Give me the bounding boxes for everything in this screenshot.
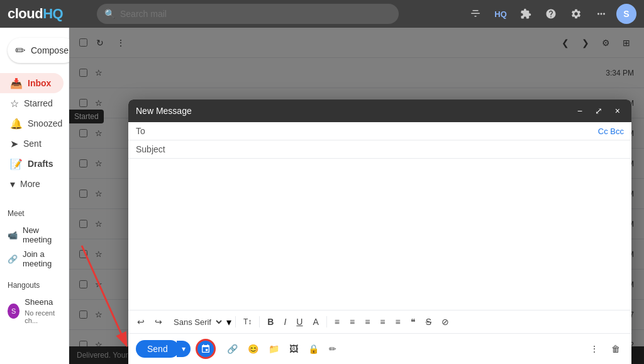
bullet-list-button[interactable]: ≡ (361, 314, 374, 329)
highlighted-action-button[interactable] (196, 339, 216, 359)
compose-subject-label: Subject (136, 144, 167, 154)
ordered-list-button[interactable]: ≡ (346, 314, 358, 329)
logo-hq: HQ (43, 6, 63, 21)
compose-header-buttons: − ⤢ × (574, 105, 624, 117)
search-input[interactable] (120, 9, 391, 19)
compose-attach-toolbar: 🔗 😊 📁 🖼 🔒 ✏ (223, 341, 340, 356)
apps-button[interactable] (591, 4, 611, 24)
sidebar-item-sent[interactable]: ➤ Sent (0, 134, 64, 154)
sidebar-item-inbox-label: Inbox (28, 78, 51, 88)
logo: cloudHQ (8, 6, 89, 22)
remove-format-button[interactable]: ⊘ (438, 314, 453, 329)
font-select-arrow: ▾ (226, 316, 231, 328)
font-family-select[interactable]: Sans Serif (169, 316, 224, 329)
cloudhq-icon-button[interactable]: HQ (491, 4, 511, 24)
logo-text: cloudHQ (8, 6, 63, 22)
attach-link-button[interactable]: 🔗 (223, 341, 242, 356)
compose-expand-button[interactable]: ⤢ (591, 105, 606, 117)
bold-button[interactable]: B (264, 314, 277, 329)
sidebar-item-more[interactable]: ▾ More (0, 174, 64, 194)
strikethrough-button[interactable]: S (422, 314, 435, 329)
compose-more-options-button[interactable]: ⋮ (586, 341, 602, 356)
starred-icon: ☆ (10, 98, 19, 110)
send-dropdown-button[interactable]: ▾ (177, 341, 191, 357)
topbar: cloudHQ 🔍 HQ S (0, 0, 644, 28)
sidebar-item-snoozed-label: Snoozed (28, 118, 62, 128)
hangout-name: Sheena No recent ch... (25, 297, 61, 324)
sidebar-item-more-label: More (20, 179, 40, 189)
compose-title: New Message (136, 106, 574, 116)
underline-button[interactable]: U (292, 314, 306, 329)
avatar[interactable]: S (616, 4, 636, 24)
no-recent-text: No recent ch... (25, 309, 61, 324)
hangout-person[interactable]: S Sheena No recent ch... (8, 295, 61, 327)
lock-button[interactable]: 🔒 (304, 341, 323, 356)
inbox-icon: 📥 (10, 77, 23, 89)
settings-button[interactable] (566, 4, 586, 24)
compose-subject-field: Subject (128, 140, 631, 159)
hangout-person-name: Sheena (25, 297, 61, 307)
video-icon: 📹 (8, 230, 18, 240)
compose-label: Compose (31, 45, 69, 55)
sidebar-item-sent-label: Sent (23, 139, 42, 149)
signature-button[interactable]: ✏ (325, 341, 340, 356)
compose-bottom-right: ⋮ 🗑 (586, 341, 624, 356)
compose-delete-button[interactable]: 🗑 (608, 341, 624, 356)
new-meeting-label: New meeting (23, 225, 61, 244)
compose-minimize-button[interactable]: − (574, 105, 586, 117)
compose-header: New Message − ⤢ × (128, 100, 631, 122)
drafts-icon: 📝 (10, 158, 23, 170)
sidebar-item-starred[interactable]: ☆ Starred (0, 93, 64, 113)
compose-formatting-toolbar: ↩ ↪ Sans Serif ▾ T↕ B I U A ≡ ≡ ≡ ≡ ≡ ❝ … (128, 310, 631, 333)
snoozed-icon: 🔔 (10, 118, 23, 130)
more-icon: ▾ (10, 178, 15, 190)
join-meeting-item[interactable]: 🔗 Join a meeting (8, 247, 61, 271)
compose-close-button[interactable]: × (611, 105, 624, 117)
attach-photo-button[interactable]: 🖼 (286, 341, 302, 356)
indent-button[interactable]: ≡ (376, 314, 389, 329)
help-button[interactable] (541, 4, 561, 24)
join-meeting-label: Join a meeting (23, 249, 61, 268)
font-size-button[interactable]: T↕ (240, 315, 255, 329)
attach-drive-button[interactable]: 📁 (265, 341, 283, 356)
text-color-button[interactable]: A (309, 314, 322, 329)
meet-section: Meet 📹 New meeting 🔗 Join a meeting (0, 209, 69, 271)
join-icon: 🔗 (8, 254, 18, 264)
sidebar: ✏ Compose 📥 Inbox ☆ Starred 🔔 Snoozed ➤ … (0, 28, 69, 364)
extension-icon-button[interactable] (516, 4, 536, 24)
quote-button[interactable]: ❝ (407, 314, 419, 329)
sidebar-item-starred-label: Starred (24, 98, 53, 108)
emoji-button[interactable]: 😊 (244, 341, 262, 356)
toolbar-divider-1 (235, 316, 236, 327)
toolbar-divider-3 (326, 316, 327, 327)
redo-button[interactable]: ↪ (151, 314, 166, 329)
sidebar-item-drafts[interactable]: 📝 Drafts (0, 154, 64, 174)
compose-body[interactable] (128, 159, 631, 310)
hangouts-section: Hangouts S Sheena No recent ch... (0, 281, 69, 327)
compose-window: New Message − ⤢ × To Cc Bcc Subject ↩ ↪ … (128, 100, 631, 364)
compose-send-toolbar: Send ▾ 🔗 😊 📁 🖼 🔒 ✏ ⋮ 🗑 (128, 333, 631, 364)
compose-subject-input[interactable] (167, 144, 624, 154)
filter-button[interactable] (465, 4, 486, 24)
sidebar-item-inbox[interactable]: 📥 Inbox (0, 73, 64, 93)
send-button[interactable]: Send (136, 340, 179, 358)
hangouts-title: Hangouts (8, 281, 61, 290)
top-icons: HQ S (465, 4, 636, 24)
compose-plus-icon: ✏ (15, 43, 26, 58)
sent-icon: ➤ (10, 138, 18, 150)
toolbar-divider-2 (259, 316, 260, 327)
compose-button[interactable]: ✏ Compose (8, 38, 76, 63)
search-bar[interactable]: 🔍 (97, 4, 399, 24)
compose-cc-bcc[interactable]: Cc Bcc (598, 127, 624, 136)
italic-button[interactable]: I (280, 314, 290, 329)
outdent-button[interactable]: ≡ (392, 314, 404, 329)
compose-to-input[interactable] (167, 126, 598, 136)
undo-button[interactable]: ↩ (133, 314, 148, 329)
meet-title: Meet (8, 209, 61, 218)
hangout-avatar: S (8, 304, 19, 319)
compose-to-field: To Cc Bcc (128, 122, 631, 140)
new-meeting-item[interactable]: 📹 New meeting (8, 223, 61, 247)
search-icon: 🔍 (104, 9, 115, 19)
align-button[interactable]: ≡ (331, 314, 343, 329)
sidebar-item-snoozed[interactable]: 🔔 Snoozed (0, 113, 64, 134)
